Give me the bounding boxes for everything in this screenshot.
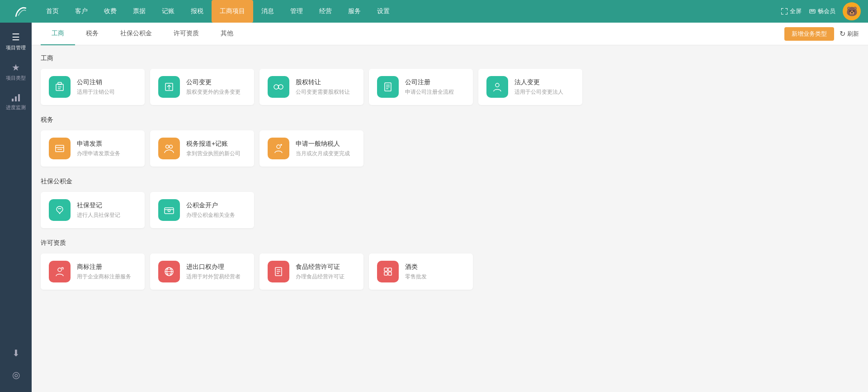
progress-icon <box>11 92 21 102</box>
card-icon-company-cancel <box>49 76 71 98</box>
nav-customer[interactable]: 客户 <box>67 0 96 23</box>
card-apply-taxpayer[interactable]: 申请一般纳税人 当月或次月成变更完成 <box>259 130 363 167</box>
card-company-change[interactable]: 公司变更 股权变更外的业务变更 <box>150 69 254 105</box>
tab-tax[interactable]: 税务 <box>75 23 109 45</box>
left-sidebar: ☰ 项目管理 ★ 项目类型 进度监测 ⬇ ◎ <box>0 23 32 392</box>
fullscreen-icon <box>781 8 788 15</box>
card-legal-change[interactable]: 法人变更 适用于公司变更法人 <box>478 69 582 105</box>
tab-industry[interactable]: 工商 <box>41 23 75 45</box>
nav-tax[interactable]: 报税 <box>183 0 212 23</box>
svg-rect-27 <box>56 145 64 152</box>
cards-grid-tax: 申请发票 办理申请发票业务 税务报道+记账 <box>41 130 859 167</box>
add-type-button[interactable]: 新增业务类型 <box>784 27 834 41</box>
card-apply-invoice[interactable]: 申请发票 办理申请发票业务 <box>41 130 145 167</box>
section-title-social: 社保公积金 <box>41 177 859 186</box>
card-desc-apply-invoice: 办理申请发票业务 <box>77 150 120 158</box>
sidebar-item-progress[interactable]: 进度监测 <box>0 88 32 115</box>
svg-rect-12 <box>18 94 20 101</box>
card-desc-import-export: 适用于对外贸易经营者 <box>186 273 241 281</box>
svg-text:R: R <box>61 268 63 270</box>
card-text-fund-open: 公积金开户 办理公积金相关业务 <box>186 201 235 219</box>
card-text-tax-report: 税务报道+记账 拿到营业执照的新公司 <box>186 140 241 158</box>
nav-manage[interactable]: 管理 <box>282 0 311 23</box>
card-title-fund-open: 公积金开户 <box>186 201 235 210</box>
refresh-button[interactable]: ↻ 刷新 <box>840 29 859 38</box>
content-area[interactable]: 工商 公司注销 适用于注销公司 <box>32 45 868 392</box>
nav-service[interactable]: 服务 <box>340 0 369 23</box>
card-import-export[interactable]: 进出口权办理 适用于对外贸易经营者 <box>150 253 254 290</box>
card-text-legal-change: 法人变更 适用于公司变更法人 <box>514 78 563 96</box>
card-title-tax-report: 税务报道+记账 <box>186 140 241 148</box>
card-text-import-export: 进出口权办理 适用于对外贸易经营者 <box>186 263 241 281</box>
location-icon[interactable]: ◎ <box>0 365 32 385</box>
svg-rect-10 <box>12 99 14 101</box>
nav-industry[interactable]: 工商项目 <box>212 0 253 23</box>
card-desc-legal-change: 适用于公司变更法人 <box>514 88 563 96</box>
tab-actions: 新增业务类型 ↻ 刷新 <box>784 27 859 41</box>
card-desc-trademark: 用于企业商标注册服务 <box>77 273 131 281</box>
trademark-icon: R <box>53 265 66 278</box>
company-cancel-icon <box>53 81 66 93</box>
sidebar-item-label-progress: 进度监测 <box>6 104 26 111</box>
card-title-company-cancel: 公司注销 <box>77 78 115 86</box>
svg-rect-50 <box>384 268 387 271</box>
svg-rect-11 <box>15 96 17 101</box>
social-register-icon <box>53 204 66 216</box>
svg-rect-13 <box>56 84 63 91</box>
card-desc-social-register: 进行人员社保登记 <box>77 211 120 219</box>
card-text-company-cancel: 公司注销 适用于注销公司 <box>77 78 115 96</box>
liquor-icon <box>382 265 394 278</box>
nav-operation[interactable]: 经营 <box>311 0 340 23</box>
tab-social-fund[interactable]: 社保公积金 <box>109 23 163 45</box>
svg-marker-9 <box>811 10 814 11</box>
card-title-company-change: 公司变更 <box>186 78 241 86</box>
top-navigation: 首页 客户 收费 票据 记账 报税 工商项目 消息 管理 经营 服务 设置 全屏 <box>0 0 868 23</box>
card-company-register[interactable]: 公司注册 申请公司注册全流程 <box>369 69 473 105</box>
nav-bill[interactable]: 票据 <box>125 0 154 23</box>
card-liquor[interactable]: 酒类 零售批发 <box>369 253 473 290</box>
card-food-license[interactable]: 食品经营许可证 办理食品经营许可证 <box>259 253 363 290</box>
section-title-tax: 税务 <box>41 116 859 124</box>
refresh-label: 刷新 <box>847 30 859 38</box>
nav-settings[interactable]: 设置 <box>369 0 398 23</box>
card-icon-liquor <box>377 261 399 282</box>
sidebar-bottom: ⬇ ◎ <box>0 343 32 392</box>
card-title-trademark: 商标注册 <box>77 263 131 271</box>
svg-rect-5 <box>781 12 782 14</box>
sidebar-item-project-manage[interactable]: ☰ 项目管理 <box>0 27 32 56</box>
card-title-company-register: 公司注册 <box>405 78 454 86</box>
card-tax-report[interactable]: 税务报道+记账 拿到营业执照的新公司 <box>150 130 254 167</box>
cards-grid-industry: 公司注销 适用于注销公司 公司变更 股权变更 <box>41 69 859 105</box>
tab-other[interactable]: 其他 <box>210 23 244 45</box>
nav-message[interactable]: 消息 <box>253 0 282 23</box>
card-desc-liquor: 零售批发 <box>405 273 427 281</box>
card-icon-company-register <box>377 76 399 98</box>
card-trademark[interactable]: R 商标注册 用于企业商标注册服务 <box>41 253 145 290</box>
card-desc-company-register: 申请公司注册全流程 <box>405 88 454 96</box>
card-title-food-license: 食品经营许可证 <box>296 263 344 271</box>
mascot-avatar: 🐻 <box>843 2 861 20</box>
svg-rect-52 <box>384 272 387 275</box>
company-register-icon <box>382 81 394 93</box>
vip-button[interactable]: 畅会员 <box>809 7 835 15</box>
fullscreen-button[interactable]: 全屏 <box>781 7 802 15</box>
sidebar-item-project-type[interactable]: ★ 项目类型 <box>0 57 32 86</box>
card-company-cancel[interactable]: 公司注销 适用于注销公司 <box>41 69 145 105</box>
card-text-company-change: 公司变更 股权变更外的业务变更 <box>186 78 241 96</box>
vip-label: 畅会员 <box>818 7 835 15</box>
nav-fee[interactable]: 收费 <box>96 0 125 23</box>
nav-account[interactable]: 记账 <box>154 0 183 23</box>
card-title-apply-invoice: 申请发票 <box>77 140 120 148</box>
food-license-icon <box>272 265 285 278</box>
download-icon[interactable]: ⬇ <box>0 343 32 363</box>
main-layout: ☰ 项目管理 ★ 项目类型 进度监测 ⬇ ◎ 工商 税务 社保公积金 许可资质 <box>0 23 868 392</box>
svg-rect-35 <box>165 208 174 214</box>
nav-home[interactable]: 首页 <box>38 0 67 23</box>
card-social-register[interactable]: 社保登记 进行人员社保登记 <box>41 192 145 228</box>
card-equity-transfer[interactable]: 股权转让 公司变更需要股权转让 <box>259 69 363 105</box>
project-type-icon: ★ <box>12 62 20 73</box>
card-title-apply-taxpayer: 申请一般纳税人 <box>296 140 350 148</box>
card-fund-open[interactable]: 公积金开户 办理公积金相关业务 <box>150 192 254 228</box>
card-text-equity-transfer: 股权转让 公司变更需要股权转让 <box>296 78 350 96</box>
tab-license[interactable]: 许可资质 <box>163 23 210 45</box>
